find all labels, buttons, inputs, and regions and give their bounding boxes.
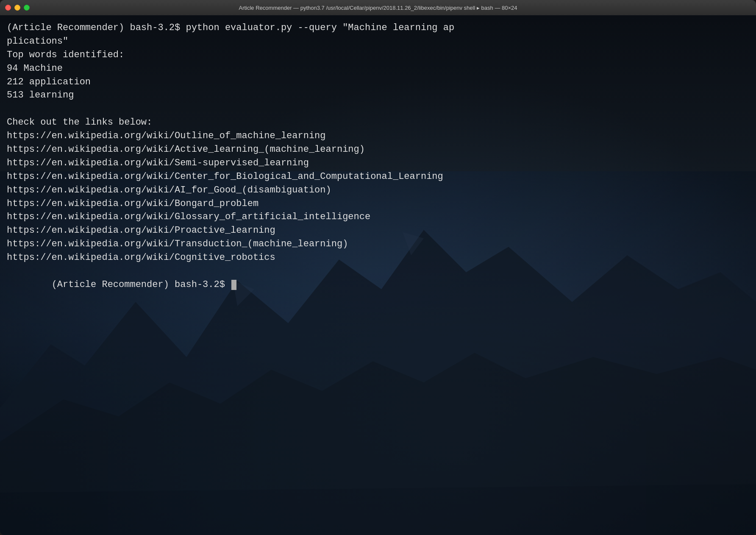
prompt-text: (Article Recommender) bash-3.2$	[52, 279, 231, 290]
minimize-button[interactable]	[14, 5, 20, 11]
cursor-block	[231, 280, 236, 290]
url-10: https://en.wikipedia.org/wiki/Cognitive_…	[7, 251, 749, 265]
url-8: https://en.wikipedia.org/wiki/Proactive_…	[7, 224, 749, 237]
url-5: https://en.wikipedia.org/wiki/AI_for_Goo…	[7, 184, 749, 197]
title-bar: Article Recommender — python3.7 /usr/loc…	[0, 0, 756, 15]
url-4: https://en.wikipedia.org/wiki/Center_for…	[7, 170, 749, 184]
traffic-lights	[5, 5, 30, 11]
empty-line-1	[7, 102, 749, 116]
close-button[interactable]	[5, 5, 11, 11]
url-7: https://en.wikipedia.org/wiki/Glossary_o…	[7, 210, 749, 224]
terminal-body[interactable]: (Article Recommender) bash-3.2$ python e…	[0, 15, 756, 535]
url-2: https://en.wikipedia.org/wiki/Active_lea…	[7, 143, 749, 156]
terminal-content[interactable]: (Article Recommender) bash-3.2$ python e…	[0, 15, 756, 535]
output-word-2: 212 application	[7, 75, 749, 89]
final-prompt: (Article Recommender) bash-3.2$	[7, 265, 749, 305]
url-3: https://en.wikipedia.org/wiki/Semi-super…	[7, 156, 749, 170]
output-links-header: Check out the links below:	[7, 116, 749, 129]
url-1: https://en.wikipedia.org/wiki/Outline_of…	[7, 129, 749, 143]
command-line-1: (Article Recommender) bash-3.2$ python e…	[7, 21, 749, 35]
maximize-button[interactable]	[24, 5, 30, 11]
window-title: Article Recommender — python3.7 /usr/loc…	[239, 5, 517, 11]
output-top-words-header: Top words identified:	[7, 48, 749, 62]
command-line-2: plications"	[7, 35, 749, 48]
output-word-1: 94 Machine	[7, 62, 749, 75]
terminal-window: Article Recommender — python3.7 /usr/loc…	[0, 0, 756, 535]
output-word-3: 513 learning	[7, 89, 749, 102]
url-9: https://en.wikipedia.org/wiki/Transducti…	[7, 237, 749, 251]
url-6: https://en.wikipedia.org/wiki/Bongard_pr…	[7, 197, 749, 211]
